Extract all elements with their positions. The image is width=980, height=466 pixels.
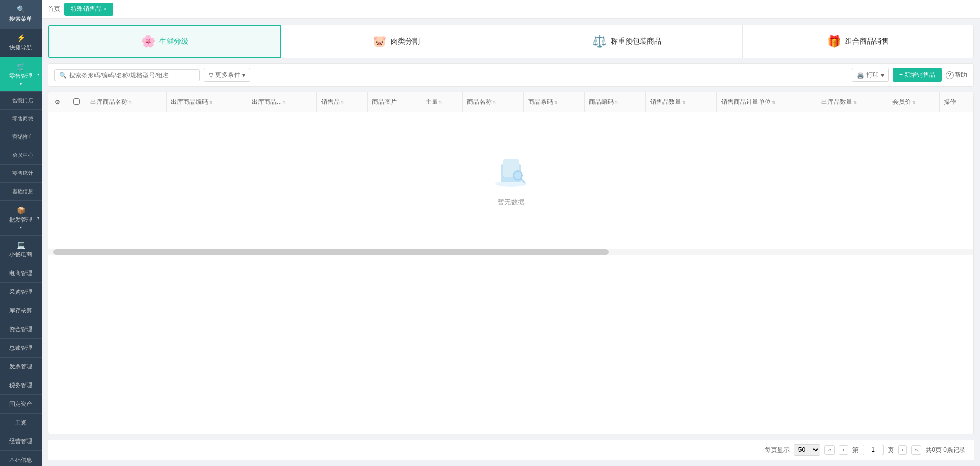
add-sale-button[interactable]: + 新增销售品: [893, 68, 942, 82]
col-sale-qty[interactable]: 销售品数量⇅: [645, 92, 716, 112]
empty-text: 暂无数据: [498, 198, 524, 207]
page-label: 第: [852, 446, 859, 455]
total-info: 共0页 0条记录: [926, 446, 965, 455]
cat-tab-meat-cut[interactable]: 🐷 肉类分割: [281, 25, 512, 58]
col-action: 操作: [939, 92, 973, 112]
sidebar-search-menu[interactable]: 🔍 搜索菜单: [0, 0, 42, 29]
help-icon: ?: [946, 71, 954, 79]
cat-tab-fresh-grade[interactable]: 🌸 生鲜分级: [48, 25, 281, 58]
sidebar-retail-mall[interactable]: 零售商城: [0, 110, 42, 128]
sidebar-invoice-mgmt[interactable]: 发票管理: [0, 358, 42, 376]
pagination: 每页显示 50 10 20 100 « ‹ 第 页 › » 共0页 0条记录: [48, 440, 974, 460]
filter-button[interactable]: ▽ 更多条件 ▾: [204, 68, 250, 82]
col-unit[interactable]: 销售商品计量单位⇅: [716, 92, 817, 112]
page-suffix-label: 页: [888, 446, 894, 455]
sort-icon: ⇅: [912, 100, 916, 105]
sort-icon: ⇅: [682, 100, 686, 105]
sort-icon: ⇅: [129, 100, 132, 105]
print-button[interactable]: 🖨️ 打印 ▾: [852, 68, 889, 82]
sort-icon: ⇅: [554, 100, 558, 105]
svg-point-4: [514, 172, 521, 179]
sidebar-finance-mgmt[interactable]: 资金管理: [0, 320, 42, 339]
last-page-btn[interactable]: »: [911, 445, 921, 455]
first-page-btn[interactable]: «: [824, 445, 835, 455]
main-area: 首页 特殊销售品 × 🌸 生鲜分级 🐷 肉类分割 ⚖️ 称重预包装商品 🎁 组合…: [42, 0, 980, 466]
active-tab[interactable]: 特殊销售品 ×: [64, 3, 113, 16]
sidebar-smart-store[interactable]: 智慧门店: [0, 92, 42, 110]
sidebar-member-center[interactable]: 会员中心: [0, 146, 42, 165]
sidebar-basic-info2[interactable]: 基础信息: [0, 451, 42, 466]
sidebar-ecommerce[interactable]: 💻 小畅电商: [0, 236, 42, 264]
sort-icon: ⇅: [439, 100, 443, 105]
sidebar-wholesale-mgmt[interactable]: 📦 批发管理 ▾: [0, 201, 42, 236]
cat-tab-combo-sales[interactable]: 🎁 组合商品销售: [743, 25, 973, 58]
cat-tab-weigh-prepack[interactable]: ⚖️ 称重预包装商品: [512, 25, 743, 58]
sidebar-biz-mgmt[interactable]: 经营管理: [0, 432, 42, 451]
sort-icon: ⇅: [283, 100, 286, 105]
meat-cut-label: 肉类分割: [391, 37, 420, 46]
retail-mgmt-icon: 🛒: [17, 62, 25, 71]
home-breadcrumb[interactable]: 首页: [48, 5, 60, 13]
topbar: 首页 特殊销售品 ×: [42, 0, 980, 19]
horizontal-scrollbar[interactable]: [48, 249, 973, 255]
toolbar: 🔍 ▽ 更多条件 ▾ 🖨️ 打印 ▾ + 新增销售品 ? 帮助: [48, 63, 974, 87]
active-tab-label: 特殊销售品: [71, 5, 102, 13]
tab-close-icon[interactable]: ×: [104, 6, 107, 12]
fresh-grade-label: 生鲜分级: [159, 37, 188, 46]
sidebar-salary[interactable]: 工资: [0, 414, 42, 432]
sidebar-fixed-assets[interactable]: 固定资产: [0, 395, 42, 414]
col-product-img: 商品图片: [368, 92, 421, 112]
sidebar-retail-mgmt[interactable]: 🛒 零售管理 ▾: [0, 57, 42, 92]
col-gear[interactable]: ⚙: [48, 92, 67, 112]
page-content: 🌸 生鲜分级 🐷 肉类分割 ⚖️ 称重预包装商品 🎁 组合商品销售 🔍: [42, 19, 980, 466]
search-input[interactable]: [69, 72, 195, 79]
col-main-qty[interactable]: 主量⇅: [421, 92, 462, 112]
col-member-price[interactable]: 会员价⇅: [888, 92, 940, 112]
sidebar-quick-nav[interactable]: ⚡ 快捷导航: [0, 29, 42, 57]
sidebar-marketing[interactable]: 营销推广: [0, 128, 42, 146]
sort-icon: ⇅: [493, 100, 496, 105]
weigh-prepack-label: 称重预包装商品: [611, 37, 661, 46]
help-button[interactable]: ? 帮助: [946, 71, 967, 79]
col-out-code[interactable]: 出库商品编码⇅: [167, 92, 247, 112]
sidebar-ledger-mgmt[interactable]: 总账管理: [0, 339, 42, 358]
empty-state: 暂无数据: [48, 112, 973, 249]
category-tabs: 🌸 生鲜分级 🐷 肉类分割 ⚖️ 称重预包装商品 🎁 组合商品销售: [48, 25, 974, 58]
per-page-select[interactable]: 50 10 20 100: [794, 444, 820, 456]
print-expand-icon: ▾: [881, 72, 884, 79]
page-input[interactable]: [863, 445, 884, 455]
col-product-code[interactable]: 商品编码⇅: [585, 92, 646, 112]
col-sale-item[interactable]: 销售品⇅: [316, 92, 368, 112]
quick-nav-icon: ⚡: [17, 34, 25, 42]
select-all-checkbox[interactable]: [73, 98, 80, 105]
per-page-label: 每页显示: [765, 446, 790, 455]
sort-icon: ⇅: [772, 100, 776, 105]
gear-col-icon: ⚙: [54, 99, 60, 106]
sidebar-purchase-mgmt[interactable]: 采购管理: [0, 283, 42, 301]
data-table-container: ⚙ 出库商品名称⇅ 出库商品编码⇅ 出库商品...⇅: [48, 92, 974, 434]
sidebar-ecom-mgmt[interactable]: 电商管理: [0, 264, 42, 283]
next-page-btn[interactable]: ›: [898, 445, 907, 455]
scrollbar-thumb[interactable]: [53, 249, 609, 255]
sidebar-retail-stats[interactable]: 零售统计: [0, 165, 42, 183]
sidebar-tax-mgmt[interactable]: 税务管理: [0, 376, 42, 395]
col-barcode[interactable]: 商品条码⇅: [523, 92, 585, 112]
sort-icon: ⇅: [209, 100, 213, 105]
wholesale-icon: 📦: [17, 206, 25, 214]
col-out-name[interactable]: 出库商品名称⇅: [86, 92, 167, 112]
sidebar: 🔍 搜索菜单 ⚡ 快捷导航 🛒 零售管理 ▾ 智慧门店 零售商城 营销推广 会员…: [0, 0, 42, 466]
col-out-qty[interactable]: 出库品数量⇅: [817, 92, 888, 112]
sidebar-inventory[interactable]: 库存核算: [0, 301, 42, 320]
fresh-grade-icon: 🌸: [141, 35, 155, 48]
col-checkbox[interactable]: [67, 92, 86, 112]
col-out-spec[interactable]: 出库商品...⇅: [247, 92, 317, 112]
filter-icon: ▽: [209, 72, 213, 79]
meat-cut-icon: 🐷: [372, 35, 387, 48]
expand-icon: ▾: [20, 81, 22, 86]
col-product-name[interactable]: 商品名称⇅: [462, 92, 523, 112]
prev-page-btn[interactable]: ‹: [839, 445, 848, 455]
search-menu-icon: 🔍: [17, 5, 25, 13]
sort-icon: ⇅: [615, 100, 618, 105]
search-box[interactable]: 🔍: [54, 69, 200, 81]
sidebar-basic-info[interactable]: 基础信息: [0, 183, 42, 201]
